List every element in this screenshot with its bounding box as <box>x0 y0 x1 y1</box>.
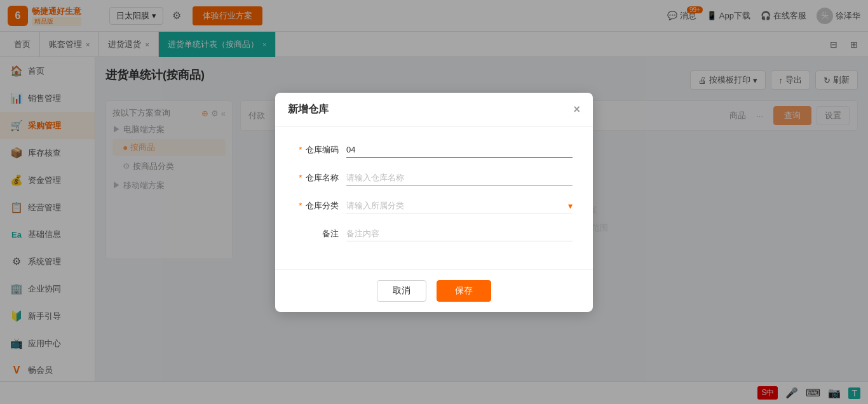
form-label-remark: 备注 <box>295 228 346 239</box>
modal-footer: 取消 保存 <box>275 269 593 312</box>
cancel-button[interactable]: 取消 <box>377 280 426 302</box>
label-name-text: 仓库名称 <box>306 173 339 182</box>
warehouse-category-select[interactable]: 请输入所属分类 <box>346 198 573 213</box>
required-star-name: * <box>299 173 302 182</box>
form-row-remark: 备注 <box>295 226 573 241</box>
modal-body: * 仓库编码 * 仓库名称 * 仓库分类 <box>275 127 593 269</box>
form-label-name: * 仓库名称 <box>295 172 346 184</box>
form-row-category: * 仓库分类 请输入所属分类 ▾ <box>295 198 573 213</box>
label-category-text: 仓库分类 <box>306 201 339 210</box>
form-label-code: * 仓库编码 <box>295 144 346 156</box>
required-star-code: * <box>299 145 302 154</box>
form-row-code: * 仓库编码 <box>295 142 573 158</box>
modal-title: 新增仓库 <box>288 103 329 116</box>
label-remark-text: 备注 <box>322 229 339 238</box>
save-button[interactable]: 保存 <box>437 280 491 302</box>
form-label-category: * 仓库分类 <box>295 200 346 212</box>
add-warehouse-modal: 新增仓库 × * 仓库编码 * 仓库名称 <box>275 93 593 312</box>
required-star-category: * <box>299 201 302 210</box>
modal-header: 新增仓库 × <box>275 93 593 127</box>
warehouse-category-wrapper: 请输入所属分类 ▾ <box>346 198 573 213</box>
warehouse-code-input[interactable] <box>346 142 573 158</box>
modal-overlay: 新增仓库 × * 仓库编码 * 仓库名称 <box>0 0 868 404</box>
form-row-name: * 仓库名称 <box>295 170 573 185</box>
warehouse-name-input[interactable] <box>346 170 573 185</box>
label-code-text: 仓库编码 <box>306 145 339 154</box>
modal-close-button[interactable]: × <box>573 104 580 115</box>
warehouse-remark-input[interactable] <box>346 226 573 241</box>
